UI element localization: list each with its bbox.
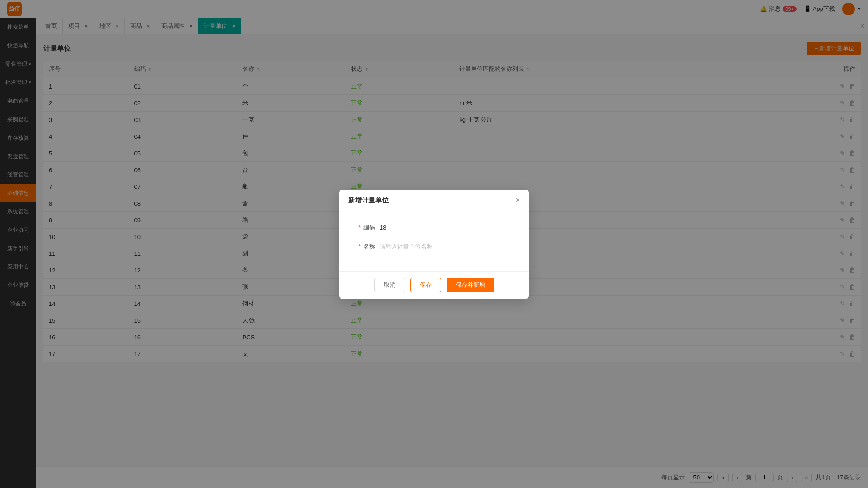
form-label-code: * 编码 <box>348 224 375 232</box>
modal-overlay: 新增计量单位 × * 编码 * 名称 取消 保存 保存并新增 <box>0 0 868 488</box>
save-new-button[interactable]: 保存并新增 <box>447 278 494 292</box>
form-label-name: * 名称 <box>348 243 375 251</box>
modal-body: * 编码 * 名称 <box>339 211 529 271</box>
code-required-mark: * <box>359 224 361 231</box>
modal-footer: 取消 保存 保存并新增 <box>339 271 529 299</box>
save-button[interactable]: 保存 <box>410 278 441 292</box>
form-row-name: * 名称 <box>348 241 520 252</box>
form-row-code: * 编码 <box>348 222 520 233</box>
cancel-button[interactable]: 取消 <box>374 278 405 292</box>
name-input[interactable] <box>380 241 520 252</box>
add-unit-modal: 新增计量单位 × * 编码 * 名称 取消 保存 保存并新增 <box>339 190 529 299</box>
modal-title: 新增计量单位 <box>348 196 389 205</box>
code-input[interactable] <box>380 222 520 233</box>
modal-header: 新增计量单位 × <box>339 190 529 211</box>
name-required-mark: * <box>359 243 361 250</box>
modal-close-btn[interactable]: × <box>516 196 520 204</box>
